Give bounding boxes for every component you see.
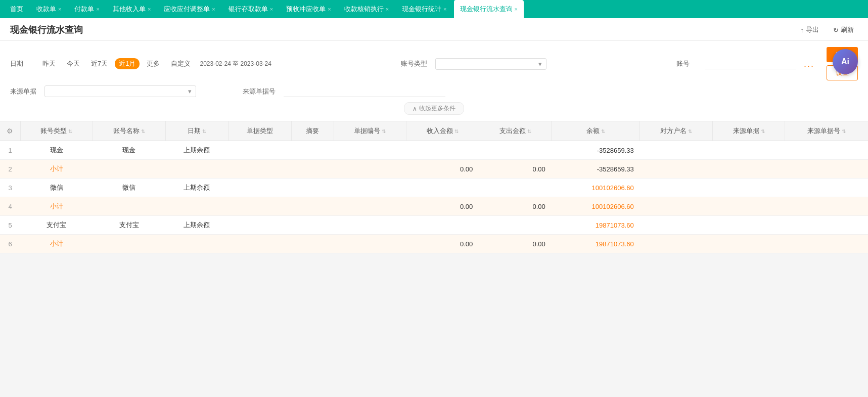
nav-tab-qitashouru[interactable]: 其他收入单 × <box>107 0 157 18</box>
page-header: 现金银行流水查询 ↑ 导出 ↻ 刷新 <box>0 18 868 41</box>
table-row[interactable]: 4 小计 0.00 0.00 100102606.60 <box>0 197 868 216</box>
cell-account-type: 小计 <box>20 197 93 216</box>
cell-source-doc-no <box>785 160 868 179</box>
cell-doc-no <box>334 197 406 216</box>
sort-income[interactable]: 收入金额 ⇅ <box>427 126 459 136</box>
nav-tab-liushui[interactable]: 现金银行流水查询 × <box>454 0 524 18</box>
cell-source-doc-no <box>785 179 868 197</box>
nav-close-yingshouyingfu[interactable]: × <box>212 6 215 12</box>
sort-account-name[interactable]: 账号名称 ⇅ <box>113 126 145 136</box>
th-income: 收入金额 ⇅ <box>406 121 479 141</box>
table-row[interactable]: 2 小计 0.00 0.00 -3528659.33 <box>0 160 868 179</box>
sort-account-type[interactable]: 账号类型 ⇅ <box>40 126 72 136</box>
sort-balance[interactable]: 余额 ⇅ <box>586 126 605 136</box>
nav-close-shoukuanhexiao[interactable]: × <box>386 6 389 12</box>
nav-close-yushou[interactable]: × <box>328 6 331 12</box>
nav-tab-yushou[interactable]: 预收冲应收单 × <box>280 0 337 18</box>
chevron-up-icon: ∧ <box>413 105 417 112</box>
sort-expense[interactable]: 支出金额 ⇅ <box>499 126 531 136</box>
collapse-button[interactable]: ∧ 收起更多条件 <box>404 102 464 115</box>
nav-close-xianjinyinhang[interactable]: × <box>443 6 446 12</box>
nav-tab-shoukuanhexiao[interactable]: 收款核销执行 × <box>338 0 395 18</box>
nav-close-yinhangcunqu[interactable]: × <box>270 6 273 12</box>
nav-close-liushui[interactable]: × <box>515 6 518 12</box>
date-btn-today[interactable]: 今天 <box>63 58 84 69</box>
cell-counterpart <box>640 216 713 235</box>
sort-icon-income: ⇅ <box>454 128 459 134</box>
nav-tab-yinhangcunqu[interactable]: 银行存取款单 × <box>222 0 279 18</box>
cell-account-type: 支付宝 <box>20 216 93 235</box>
cell-source-doc-no <box>785 235 868 253</box>
th-summary: 摘要 <box>292 121 334 141</box>
cell-counterpart <box>640 141 713 160</box>
nav-home[interactable]: 首页 <box>4 5 29 14</box>
date-btn-1month[interactable]: 近1月 <box>115 58 140 69</box>
date-btn-custom[interactable]: 自定义 <box>167 58 195 69</box>
nav-close-shoukuan[interactable]: × <box>58 6 61 12</box>
cell-balance: 19871073.60 <box>552 235 640 253</box>
refresh-button[interactable]: ↻ 刷新 <box>829 23 858 36</box>
nav-tab-fukuan[interactable]: 付款单 × <box>68 0 105 18</box>
cell-account-type: 微信 <box>20 179 93 197</box>
cell-num: 6 <box>0 235 20 253</box>
account-input[interactable] <box>705 58 796 69</box>
account-type-select[interactable]: ▾ <box>435 58 546 70</box>
nav-tab-xianjinyinhang[interactable]: 现金银行统计 × <box>396 0 452 18</box>
cell-balance: 100102606.60 <box>552 179 640 197</box>
settings-gear-icon[interactable]: ⚙ <box>7 127 13 135</box>
cell-doc-type <box>228 197 292 216</box>
date-btn-yesterday[interactable]: 昨天 <box>38 58 60 69</box>
date-btn-more[interactable]: 更多 <box>143 58 164 69</box>
source-doc-no-label: 来源单据号 <box>243 87 276 96</box>
sort-source-doc-no[interactable]: 来源单据号 ⇅ <box>807 126 846 136</box>
table-row[interactable]: 5 支付宝 支付宝 上期余额 19871073.60 <box>0 216 868 235</box>
source-doc-no-input[interactable] <box>284 86 445 97</box>
sort-icon-account-name: ⇅ <box>141 128 145 134</box>
th-balance: 余额 ⇅ <box>552 121 640 141</box>
cell-expense <box>479 179 552 197</box>
dots-button[interactable]: ... <box>804 59 814 69</box>
table-row[interactable]: 6 小计 0.00 0.00 19871073.60 <box>0 235 868 253</box>
filter-row-date: 日期 昨天 今天 近7天 近1月 更多 自定义 2023-02-24 至 202… <box>10 47 858 80</box>
cell-account-name <box>93 235 166 253</box>
sort-doc-no[interactable]: 单据编号 ⇅ <box>354 126 386 136</box>
date-options: 昨天 今天 近7天 近1月 更多 自定义 2023-02-24 至 2023-0… <box>38 58 271 69</box>
filter-area: 日期 昨天 今天 近7天 近1月 更多 自定义 2023-02-24 至 202… <box>0 41 868 121</box>
cell-account-type: 小计 <box>20 235 93 253</box>
cell-doc-no <box>334 141 406 160</box>
cell-doc-no <box>334 160 406 179</box>
sort-date[interactable]: 日期 ⇅ <box>188 126 206 136</box>
cell-doc-type <box>228 179 292 197</box>
source-doc-label: 来源单据 <box>10 87 36 96</box>
header-actions: ↑ 导出 ↻ 刷新 <box>797 23 858 36</box>
nav-tab-yingshouyingfu[interactable]: 应收应付调整单 × <box>158 0 221 18</box>
cell-account-name: 微信 <box>93 179 166 197</box>
th-settings[interactable]: ⚙ <box>0 121 20 141</box>
cell-balance: -3528659.33 <box>552 160 640 179</box>
sort-counterpart[interactable]: 对方户名 ⇅ <box>660 126 692 136</box>
chevron-down-icon: ▾ <box>538 60 542 68</box>
cell-source-doc-no <box>785 141 868 160</box>
nav-close-fukuan[interactable]: × <box>96 6 99 12</box>
collapse-row: ∧ 收起更多条件 <box>10 102 858 115</box>
source-doc-select[interactable]: ▾ <box>44 85 196 97</box>
nav-tab-shoukuan[interactable]: 收款单 × <box>30 0 67 18</box>
cell-account-type: 小计 <box>20 160 93 179</box>
th-counterpart: 对方户名 ⇅ <box>640 121 713 141</box>
nav-close-qitashouru[interactable]: × <box>148 6 151 12</box>
cell-expense <box>479 216 552 235</box>
th-doc-no: 单据编号 ⇅ <box>334 121 406 141</box>
table-row[interactable]: 1 现金 现金 上期余额 -3528659.33 <box>0 141 868 160</box>
export-button[interactable]: ↑ 导出 <box>797 23 824 36</box>
table-row[interactable]: 3 微信 微信 上期余额 100102606.60 <box>0 179 868 197</box>
cell-account-name: 现金 <box>93 141 166 160</box>
cell-income: 0.00 <box>406 160 479 179</box>
date-btn-7days[interactable]: 近7天 <box>87 58 112 69</box>
cell-num: 4 <box>0 197 20 216</box>
cell-counterpart <box>640 179 713 197</box>
cell-balance: -3528659.33 <box>552 141 640 160</box>
ai-badge[interactable]: Ai <box>833 49 858 74</box>
sort-source-doc[interactable]: 来源单据 ⇅ <box>733 126 765 136</box>
cell-income: 0.00 <box>406 235 479 253</box>
cell-balance: 100102606.60 <box>552 197 640 216</box>
